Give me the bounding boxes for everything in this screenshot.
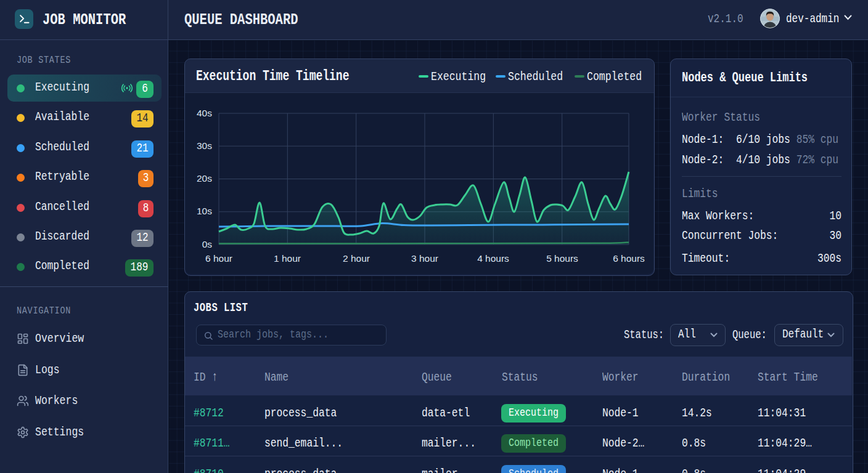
svg-text:6 hours: 6 hours <box>613 253 645 264</box>
svg-text:4 hours: 4 hours <box>477 253 509 264</box>
svg-text:20s: 20s <box>197 173 212 184</box>
svg-text:10s: 10s <box>197 206 212 216</box>
svg-text:5 hours: 5 hours <box>546 253 578 264</box>
svg-text:3 hour: 3 hour <box>411 253 438 264</box>
svg-text:40s: 40s <box>197 108 212 118</box>
svg-text:30s: 30s <box>197 140 212 151</box>
svg-text:0s: 0s <box>202 239 213 249</box>
svg-text:6 hour: 6 hour <box>205 253 232 264</box>
svg-text:2 hour: 2 hour <box>343 253 370 264</box>
svg-text:1 hour: 1 hour <box>274 253 301 264</box>
